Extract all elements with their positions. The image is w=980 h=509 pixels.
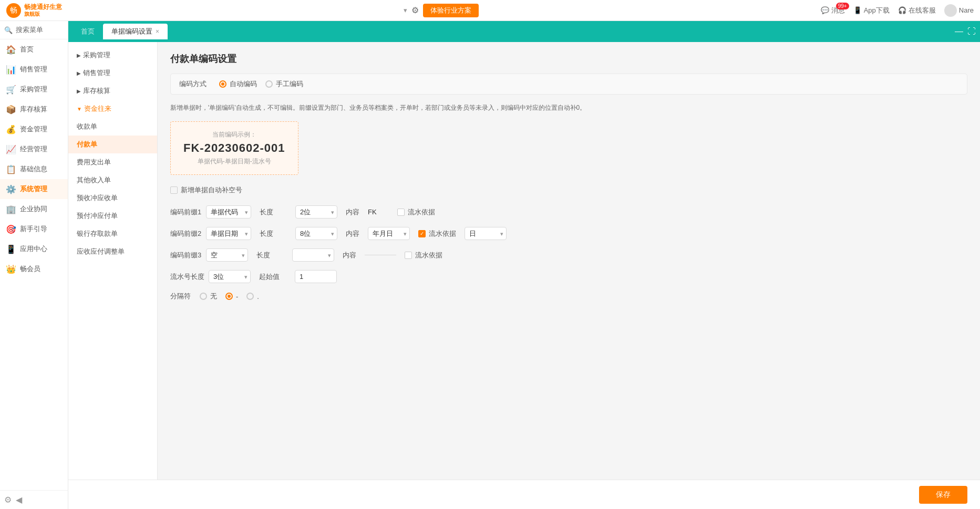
collapse-sidebar-icon[interactable]: ◀ (16, 495, 22, 505)
sep-dot[interactable]: . (246, 293, 259, 300)
prefix1-select[interactable]: 单据代码 (206, 205, 251, 219)
stream2-unit-wrap: 日 (465, 227, 507, 240)
leftnav-payment[interactable]: 付款单 (68, 136, 157, 153)
online-service-button[interactable]: 🎧 在线客服 (898, 6, 936, 15)
leftnav-recv-pay-adjust[interactable]: 应收应付调整单 (68, 243, 157, 261)
settings-icon[interactable]: ⚙ (411, 5, 419, 15)
prefix3-select[interactable]: 空 (206, 248, 248, 262)
sidebar-item-guide[interactable]: 🎯 新手引导 (0, 219, 68, 239)
stream2-unit-select[interactable]: 日 (465, 227, 507, 240)
leftnav-expense[interactable]: 费用支出单 (68, 153, 157, 171)
tab-bar: 首页 单据编码设置 × — ⛶ (68, 21, 980, 42)
content2-field: 内容 年月日 (346, 227, 410, 240)
leftnav-funds-toggle[interactable]: ▼ 资金往来 (68, 100, 157, 118)
content2-label: 内容 (346, 229, 359, 238)
manual-encoding-radio[interactable]: 手工编码 (265, 79, 303, 89)
tab-close-icon[interactable]: × (156, 28, 159, 35)
auto-encoding-radio[interactable]: 自动编码 (219, 79, 257, 89)
length3-select[interactable] (292, 248, 334, 262)
minimize-button[interactable]: — (955, 27, 963, 36)
form-row-prefix2: 编码前缀2 单据日期 长度 8位 (170, 227, 967, 240)
chevron-right-icon: ▶ (77, 53, 81, 58)
sidebar-item-appstore[interactable]: 📱 应用中心 (0, 239, 68, 259)
tab-bar-actions: — ⛶ (955, 27, 976, 36)
sidebar-item-finance[interactable]: 💰 资金管理 (0, 119, 68, 139)
length1-select-wrap: 2位 (295, 205, 337, 219)
nav-dropdown-arrow[interactable]: ▾ (404, 6, 407, 14)
guide-icon: 🎯 (6, 224, 16, 234)
prefix2-label: 编码前缀2 (170, 229, 202, 238)
preview-code: FK-20230602-001 (183, 141, 285, 155)
length1-select[interactable]: 2位 (295, 205, 337, 219)
bottom-bar: 保存 (68, 480, 980, 509)
form-row-prefix3: 编码前缀3 空 长度 (170, 248, 967, 262)
sidebar-item-company[interactable]: 🏢 企业协同 (0, 199, 68, 219)
sidebar-item-ops[interactable]: 📈 经营管理 (0, 139, 68, 159)
content2-select[interactable]: 年月日 (368, 227, 410, 240)
settings-bottom-icon[interactable]: ⚙ (4, 495, 12, 505)
leftnav-prepay-pay[interactable]: 预付冲应付单 (68, 207, 157, 225)
length2-label: 长度 (260, 229, 291, 238)
top-bar-left: 畅 畅捷通好生意 旗舰版 (6, 3, 62, 18)
sidebar-item-inventory[interactable]: 📦 库存核算 (0, 99, 68, 119)
tab-encoding[interactable]: 单据编码设置 × (103, 24, 168, 39)
user-menu[interactable]: Nare (944, 4, 974, 17)
content3-label: 内容 (343, 251, 356, 260)
sidebar: 🔍 搜索菜单 🏠 首页 📊 销售管理 🛒 采购管理 📦 库存核算 💰 资金管理 … (0, 21, 68, 509)
serial-length-select[interactable]: 3位 (209, 270, 251, 283)
tab-home[interactable]: 首页 (73, 24, 103, 39)
trial-button[interactable]: 体验行业方案 (423, 4, 479, 17)
prefix3-field: 编码前缀3 空 (170, 248, 248, 262)
leftnav-bank-deposit[interactable]: 银行存取款单 (68, 225, 157, 243)
basic-icon: 📋 (6, 164, 16, 174)
stream3-checkbox[interactable]: 流水依据 (405, 251, 442, 260)
start-value-input[interactable] (295, 270, 337, 283)
main-layout: 🔍 搜索菜单 🏠 首页 📊 销售管理 🛒 采购管理 📦 库存核算 💰 资金管理 … (0, 21, 980, 509)
stream2-checkbox[interactable]: ✓ 流水依据 (418, 229, 456, 238)
serial-length-select-wrap: 3位 (209, 270, 251, 283)
leftnav-prepay-recv[interactable]: 预收冲应收单 (68, 189, 157, 207)
prefix2-select[interactable]: 单据日期 (206, 227, 251, 240)
separator-options: 无 - . (200, 292, 259, 301)
encoding-method-row: 编码方式 自动编码 手工编码 (170, 74, 967, 95)
content-area: ▶ 采购管理 ▶ 销售管理 ▶ 库存核算 (68, 42, 980, 480)
sidebar-item-system[interactable]: ⚙️ 系统管理 (0, 179, 68, 199)
length1-label: 长度 (260, 207, 291, 217)
left-nav: ▶ 采购管理 ▶ 销售管理 ▶ 库存核算 (68, 42, 158, 480)
content1-value: FK (368, 208, 389, 216)
leftnav-other-income[interactable]: 其他收入单 (68, 171, 157, 189)
leftnav-receipt[interactable]: 收款单 (68, 118, 157, 136)
ops-icon: 📈 (6, 144, 16, 154)
leftnav-sales-toggle[interactable]: ▶ 销售管理 (68, 64, 157, 82)
message-button[interactable]: 💬 消息 99+ (821, 6, 845, 15)
serial-length-label: 流水号长度 (170, 272, 204, 282)
sidebar-item-purchase[interactable]: 🛒 采购管理 (0, 79, 68, 99)
save-button[interactable]: 保存 (919, 486, 967, 504)
leftnav-inventory-toggle[interactable]: ▶ 库存核算 (68, 82, 157, 100)
sidebar-search[interactable]: 🔍 搜索菜单 (0, 21, 68, 39)
top-bar: 畅 畅捷通好生意 旗舰版 ▾ ⚙ 体验行业方案 💬 消息 99+ 📱 App下载… (0, 0, 980, 21)
app-download-button[interactable]: 📱 App下载 (853, 6, 890, 15)
sidebar-item-member[interactable]: 👑 畅会员 (0, 259, 68, 279)
sidebar-item-sales[interactable]: 📊 销售管理 (0, 59, 68, 79)
maximize-button[interactable]: ⛶ (967, 27, 976, 36)
sidebar-item-home[interactable]: 🏠 首页 (0, 39, 68, 59)
prefix2-field: 编码前缀2 单据日期 (170, 227, 251, 240)
content1-field: 内容 FK (346, 207, 389, 217)
auto-fill-checkbox[interactable] (170, 186, 178, 194)
leftnav-purchase-toggle[interactable]: ▶ 采购管理 (68, 46, 157, 64)
sep-none[interactable]: 无 (200, 292, 217, 301)
content1-label: 内容 (346, 207, 359, 217)
prefix1-field: 编码前缀1 单据代码 (170, 205, 251, 219)
sales-icon: 📊 (6, 65, 16, 74)
prefix3-label: 编码前缀3 (170, 251, 202, 260)
stream1-checkbox[interactable]: 流水依据 (397, 207, 435, 217)
sidebar-item-basic[interactable]: 📋 基础信息 (0, 159, 68, 179)
content3-value (365, 255, 396, 255)
stream1-checkbox-box (397, 209, 405, 216)
sep-dash[interactable]: - (225, 293, 238, 300)
sep-none-radio (200, 293, 207, 300)
length2-select[interactable]: 8位 (295, 227, 337, 240)
member-icon: 👑 (6, 264, 16, 274)
content3-field: 内容 (343, 251, 396, 260)
